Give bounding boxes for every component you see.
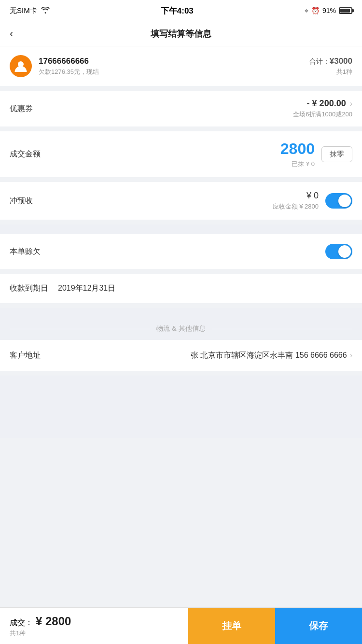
duedate-row: 收款到期日 2019年12月31日 (10, 274, 352, 303)
prepay-sub: 应收金额 ¥ 2800 (273, 202, 319, 211)
amount-value: 2800 (280, 140, 315, 158)
customer-phone: 17666666666 (39, 56, 99, 66)
battery-percent: 91% (322, 7, 336, 14)
amount-right: 2800 已抹 ¥ 0 抹零 (280, 140, 352, 168)
address-section[interactable]: 客户地址 张 北京市市辖区海淀区永丰南 156 6666 6666 › (0, 340, 362, 371)
prepay-right: ¥ 0 应收金额 ¥ 2800 (273, 191, 352, 211)
total-label: 合计：¥3000 (309, 56, 352, 66)
avatar (10, 55, 32, 77)
coupon-desc: 全场6折满1000减200 (293, 110, 352, 119)
amount-sub: 已抹 ¥ 0 (280, 160, 315, 168)
bottom-summary: 成交： ¥ 2800 共1种 (0, 615, 188, 638)
battery-icon (339, 7, 352, 14)
bottom-summary-count: 共1种 (10, 629, 179, 638)
spacer-1 (0, 224, 362, 234)
customer-total: 合计：¥3000 共1种 (309, 56, 352, 76)
amount-value-col: 2800 已抹 ¥ 0 (280, 140, 315, 168)
status-right: ⌖ ⏰ 91% (305, 7, 352, 15)
customer-subtext: 欠款1276.35元，现结 (39, 68, 99, 76)
prepay-amount: ¥ 0 (273, 191, 319, 201)
carrier-text: 无SIM卡 (10, 6, 37, 15)
alarm-icon: ⏰ (311, 7, 320, 14)
spacer-large (0, 376, 362, 438)
coupon-discount: - ¥ 200.00 (307, 98, 346, 109)
duedate-section: 收款到期日 2019年12月31日 (0, 274, 362, 303)
bottom-bar: 成交： ¥ 2800 共1种 挂单 保存 (0, 607, 362, 644)
address-label: 客户地址 (10, 350, 41, 361)
amount-row: 成交金额 2800 已抹 ¥ 0 抹零 (10, 131, 352, 177)
debit-section: 本单赊欠 (0, 234, 362, 269)
main-content: 17666666666 欠款1276.35元，现结 合计：¥3000 共1种 优… (0, 46, 362, 477)
address-value: 张 北京市市辖区海淀区永丰南 156 6666 6666 (191, 350, 347, 361)
page-title: 填写结算等信息 (151, 28, 211, 40)
prepay-section: 冲预收 ¥ 0 应收金额 ¥ 2800 (0, 182, 362, 220)
fuzero-button[interactable]: 抹零 (321, 146, 352, 162)
spacer-2 (0, 308, 362, 318)
debit-label: 本单赊欠 (10, 247, 41, 257)
address-right: 张 北京市市辖区海淀区永丰南 156 6666 6666 › (191, 350, 352, 361)
amount-section: 成交金额 2800 已抹 ¥ 0 抹零 (0, 131, 362, 177)
prepay-label: 冲预收 (10, 196, 33, 206)
customer-left: 17666666666 欠款1276.35元，现结 (10, 55, 99, 77)
logistics-line-right (212, 329, 352, 329)
logistics-divider: 物流 & 其他信息 (0, 318, 362, 340)
total-count: 共1种 (309, 68, 352, 76)
address-row: 客户地址 张 北京市市辖区海淀区永丰南 156 6666 6666 › (10, 340, 352, 371)
amount-label: 成交金额 (10, 149, 41, 159)
debit-row: 本单赊欠 (10, 234, 352, 269)
duedate-label: 收款到期日 (10, 283, 48, 294)
bottom-summary-top: 成交： ¥ 2800 (10, 615, 179, 628)
coupon-label: 优惠券 (10, 104, 33, 114)
coupon-section[interactable]: 优惠券 - ¥ 200.00 › 全场6折满1000减200 (0, 91, 362, 126)
bottom-summary-label: 成交： (10, 618, 33, 628)
status-left: 无SIM卡 (10, 6, 50, 15)
wifi-icon (41, 7, 50, 15)
customer-section: 17666666666 欠款1276.35元，现结 合计：¥3000 共1种 (0, 46, 362, 86)
bottom-summary-amount: ¥ 2800 (36, 615, 71, 628)
debit-toggle[interactable] (325, 244, 352, 259)
duedate-value: 2019年12月31日 (58, 283, 115, 294)
customer-info: 17666666666 欠款1276.35元，现结 (39, 56, 99, 76)
prepay-amount-col: ¥ 0 应收金额 ¥ 2800 (273, 191, 319, 211)
prepay-row: 冲预收 ¥ 0 应收金额 ¥ 2800 (10, 182, 352, 220)
location-icon: ⌖ (305, 7, 308, 15)
debit-toggle-knob (338, 245, 351, 258)
coupon-chevron-icon: › (350, 99, 352, 108)
back-button[interactable]: ‹ (10, 24, 19, 44)
pending-button[interactable]: 挂单 (188, 608, 275, 644)
prepay-toggle-knob (338, 195, 351, 207)
nav-bar: ‹ 填写结算等信息 (0, 21, 362, 46)
status-bar: 无SIM卡 下午4:03 ⌖ ⏰ 91% (0, 0, 362, 21)
coupon-right: - ¥ 200.00 › 全场6折满1000减200 (293, 98, 352, 119)
status-time: 下午4:03 (161, 5, 194, 16)
address-chevron-icon: › (350, 351, 352, 360)
save-button[interactable]: 保存 (275, 608, 362, 644)
prepay-toggle[interactable] (325, 193, 352, 209)
logistics-line-left (10, 329, 150, 329)
logistics-text: 物流 & 其他信息 (150, 324, 212, 333)
